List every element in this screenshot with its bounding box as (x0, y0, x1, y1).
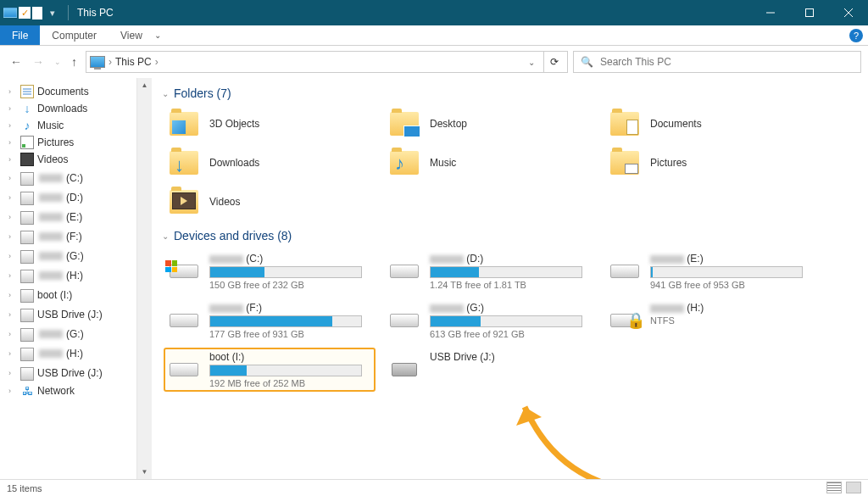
drive-item[interactable]: boot (I:)192 MB free of 252 MB (164, 348, 376, 392)
expand-icon[interactable]: › (8, 104, 17, 113)
qat-customize-icon[interactable]: ▾ (44, 4, 61, 21)
folder-icon (167, 187, 201, 217)
view-tab[interactable]: View (108, 25, 154, 45)
qat-pc-icon[interactable] (3, 8, 17, 18)
search-box[interactable]: 🔍 (573, 51, 861, 73)
expand-icon[interactable]: › (8, 291, 17, 299)
drive-item[interactable]: (G:)613 GB free of 921 GB (384, 298, 596, 343)
scroll-up-icon[interactable]: ▲ (137, 78, 152, 92)
recent-locations-button[interactable]: ⌄ (51, 56, 64, 68)
tree-item[interactable]: ›USB Drive (J:) (0, 304, 136, 324)
capacity-bar (209, 365, 362, 376)
qat-new-icon[interactable] (32, 7, 42, 20)
ribbon: File Computer View ⌄ ? (0, 25, 868, 46)
help-icon[interactable]: ? (849, 29, 863, 42)
folder-item[interactable]: Pictures (604, 146, 816, 180)
tree-item[interactable]: ›boot (I:) (0, 285, 136, 304)
annotation-arrow (508, 382, 677, 479)
tree-item[interactable]: ›↓Downloads (0, 100, 136, 117)
address-dropdown-icon[interactable]: ⌄ (528, 58, 535, 67)
tree-item-label: (F:) (66, 231, 82, 242)
drive-item[interactable]: USB Drive (J:) (384, 348, 596, 392)
drive-item[interactable]: 🔒 (H:)NTFS (604, 298, 816, 343)
folder-item[interactable]: Documents (604, 107, 816, 141)
group-label: Devices and drives (8) (174, 229, 292, 242)
tree-item-icon (20, 250, 34, 264)
drive-label: (H:) (650, 302, 813, 314)
expand-icon[interactable]: › (8, 213, 17, 221)
breadcrumb[interactable]: This PC (115, 56, 152, 68)
expand-icon[interactable]: › (8, 310, 17, 319)
tree-item[interactable]: ›Videos (0, 151, 136, 168)
drive-icon (387, 259, 421, 283)
expand-icon[interactable]: › (8, 369, 17, 377)
group-label: Folders (7) (174, 86, 231, 100)
drive-item[interactable]: (D:)1.24 TB free of 1.81 TB (384, 249, 596, 293)
close-button[interactable] (829, 0, 868, 25)
back-button[interactable]: ← (7, 53, 25, 70)
file-tab[interactable]: File (0, 25, 40, 45)
ribbon-collapse-icon[interactable]: ⌄ (154, 31, 161, 40)
tree-item[interactable]: ›Pictures (0, 134, 136, 151)
tree-item[interactable]: ›(E:) (0, 207, 136, 226)
expand-icon[interactable]: › (8, 387, 17, 395)
folder-item[interactable]: ↓Downloads (164, 146, 376, 180)
drive-item[interactable]: (C:)150 GB free of 232 GB (164, 249, 376, 293)
qat-properties-icon[interactable]: ✓ (19, 7, 31, 19)
tree-item[interactable]: ›(G:) (0, 324, 136, 343)
expand-icon[interactable]: › (8, 271, 17, 280)
drive-icon (387, 358, 421, 382)
tree-scrollbar[interactable]: ▲ ▼ (137, 78, 152, 479)
drive-free-text: 150 GB free of 232 GB (209, 280, 372, 290)
scroll-down-icon[interactable]: ▼ (137, 465, 152, 479)
folder-item[interactable]: Videos (164, 185, 376, 219)
tree-item[interactable]: ›(C:) (0, 168, 136, 187)
tree-item[interactable]: ›♪Music (0, 117, 136, 134)
large-icons-view-icon[interactable] (846, 482, 861, 493)
drive-item[interactable]: (E:)941 GB free of 953 GB (604, 249, 816, 293)
tree-item-label: USB Drive (J:) (37, 367, 103, 379)
tree-item[interactable]: ›(G:) (0, 246, 136, 265)
tree-item[interactable]: ›Documents (0, 83, 136, 100)
expand-icon[interactable]: › (8, 155, 17, 164)
tree-item-icon (20, 192, 34, 205)
tree-item[interactable]: ›USB Drive (J:) (0, 363, 136, 382)
drives-group-header[interactable]: ⌄ Devices and drives (8) (162, 229, 858, 242)
tree-item[interactable]: ›(H:) (0, 265, 136, 285)
chevron-right-icon[interactable]: › (108, 56, 112, 68)
drive-item[interactable]: (F:)177 GB free of 931 GB (164, 298, 376, 343)
refresh-button[interactable]: ⟳ (550, 56, 559, 68)
folder-item[interactable]: Desktop (384, 107, 596, 141)
maximize-button[interactable] (790, 0, 829, 25)
tree-item[interactable]: ›🖧Network (0, 382, 136, 399)
expand-icon[interactable]: › (8, 232, 17, 241)
navigation-tree[interactable]: ›Documents›↓Downloads›♪Music›Pictures›Vi… (0, 78, 137, 479)
search-input[interactable] (600, 56, 854, 68)
drive-label: (D:) (430, 253, 593, 265)
expand-icon[interactable]: › (8, 193, 17, 202)
chevron-right-icon[interactable]: › (155, 56, 159, 68)
expand-icon[interactable]: › (8, 349, 17, 358)
tree-item[interactable]: ›(D:) (0, 187, 136, 207)
tree-item-icon (20, 153, 34, 166)
folder-item[interactable]: ♪Music (384, 146, 596, 180)
address-bar[interactable]: › This PC › ⌄ ⟳ (86, 51, 568, 73)
expand-icon[interactable]: › (8, 87, 17, 96)
tree-item[interactable]: ›(F:) (0, 226, 136, 246)
expand-icon[interactable]: › (8, 252, 17, 260)
folders-group-header[interactable]: ⌄ Folders (7) (162, 86, 858, 100)
forward-button[interactable]: → (29, 53, 47, 70)
expand-icon[interactable]: › (8, 174, 17, 182)
details-view-icon[interactable] (826, 482, 842, 493)
tree-item[interactable]: ›(H:) (0, 343, 136, 363)
computer-tab[interactable]: Computer (40, 25, 108, 45)
minimize-button[interactable] (751, 0, 790, 25)
view-mode-buttons[interactable] (825, 482, 861, 495)
drive-icon (167, 309, 201, 332)
up-button[interactable]: ↑ (68, 53, 81, 70)
folder-item[interactable]: 3D Objects (164, 107, 376, 141)
expand-icon[interactable]: › (8, 121, 17, 130)
expand-icon[interactable]: › (8, 330, 17, 338)
folder-icon (167, 109, 201, 139)
expand-icon[interactable]: › (8, 138, 17, 147)
